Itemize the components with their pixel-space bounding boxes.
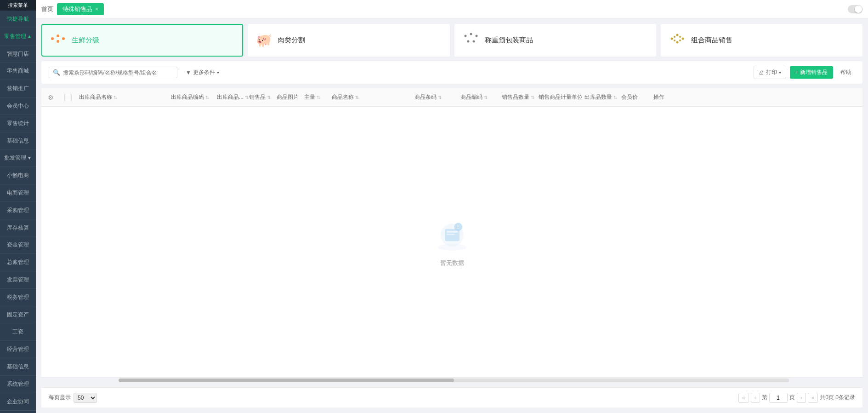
horizontal-scrollbar[interactable] xyxy=(41,377,862,383)
sidebar-item-purchase-mgmt[interactable]: 采购管理 xyxy=(0,202,36,219)
sort-out-qty[interactable]: ⇅ xyxy=(613,95,617,100)
prev-page-button[interactable]: ‹ xyxy=(751,393,760,403)
th-out-spec: 出库商品... ⇅ xyxy=(214,90,246,105)
chevron-icon: ▲ xyxy=(27,33,32,40)
sort-prod-name[interactable]: ⇅ xyxy=(355,95,359,100)
sidebar-item-payroll[interactable]: 工资 xyxy=(0,323,36,341)
topbar: 首页 特殊销售品 × xyxy=(36,0,868,18)
sidebar-item-ops-mgmt[interactable]: 经营管理 xyxy=(0,341,36,358)
tab-card-weight-prepack[interactable]: 称重预包装商品 xyxy=(454,24,656,57)
filter-bar: 🔍 ▼ 更多条件 ▾ 🖨 打印 ▾ + 新增销售品 帮助 xyxy=(41,61,862,84)
more-filter-button[interactable]: ▼ 更多条件 ▾ xyxy=(182,67,223,78)
sidebar-item-fixed-assets[interactable]: 固定资产 xyxy=(0,306,36,324)
meat-cut-icon: 🐖 xyxy=(256,33,272,48)
svg-point-16 xyxy=(679,40,681,41)
th-prod-code: 商品编码 ⇅ xyxy=(458,90,499,105)
th-settings: ⚙ xyxy=(45,90,62,105)
switch-button[interactable] xyxy=(848,5,862,13)
page-number-input[interactable] xyxy=(769,393,788,403)
sidebar-item-sales-promo[interactable]: 营销推广 xyxy=(0,80,36,98)
svg-rect-21 xyxy=(446,234,454,235)
tab-card-combo-sales[interactable]: 组合商品销售 xyxy=(661,24,862,57)
sort-prod-code[interactable]: ⇅ xyxy=(484,95,488,100)
meat-cut-label: 肉类分割 xyxy=(278,36,305,45)
print-button[interactable]: 🖨 打印 ▾ xyxy=(754,66,786,79)
sidebar-item-wholesale-mgmt[interactable]: 批发管理 ▼ xyxy=(0,149,36,167)
svg-point-13 xyxy=(674,36,675,38)
th-sale-item: 销售品 ⇅ xyxy=(246,90,274,105)
sidebar-item-member-center[interactable]: 会员中心 xyxy=(0,98,36,115)
svg-point-2 xyxy=(62,37,65,40)
th-op: 操作 xyxy=(651,90,678,105)
empty-illustration: ! xyxy=(431,217,473,253)
th-sale-qty: 销售品数量 ⇅ xyxy=(499,90,536,105)
empty-text: 暂无数据 xyxy=(440,259,464,267)
sidebar-search-menu[interactable]: 搜索菜单 xyxy=(0,0,36,11)
sidebar-item-invoice-mgmt[interactable]: 发票管理 xyxy=(0,271,36,289)
first-page-button[interactable]: « xyxy=(738,393,749,403)
th-barcode: 商品条码 ⇅ xyxy=(412,90,458,105)
next-page-button[interactable]: › xyxy=(797,393,806,403)
search-icon: 🔍 xyxy=(53,69,60,76)
chevron-down-icon: ▼ xyxy=(27,155,32,161)
page-size-select[interactable]: 10 20 50 100 xyxy=(74,393,97,403)
svg-point-11 xyxy=(681,38,684,40)
print-dropdown-icon: ▾ xyxy=(779,70,781,75)
column-settings-icon[interactable]: ⚙ xyxy=(48,94,54,101)
home-link[interactable]: 首页 xyxy=(41,5,53,13)
last-page-button[interactable]: » xyxy=(808,393,818,403)
active-tab[interactable]: 特殊销售品 × xyxy=(57,3,104,15)
search-input[interactable] xyxy=(63,69,173,76)
sort-sale-item[interactable]: ⇅ xyxy=(267,95,271,100)
filter-icon: ▼ xyxy=(186,69,191,76)
sort-out-name[interactable]: ⇅ xyxy=(113,95,117,100)
th-sale-unit: 销售商品计量单位 ⇅ xyxy=(536,90,582,105)
combo-sales-label: 组合商品销售 xyxy=(691,36,732,45)
table-header: ⚙ 出库商品名称 ⇅ 出库商品编码 ⇅ 出库商品... ⇅ xyxy=(41,88,862,107)
sort-out-code[interactable]: ⇅ xyxy=(205,95,209,100)
svg-text:!: ! xyxy=(457,224,459,229)
sidebar-item-stock-check[interactable]: 库存核算 xyxy=(0,219,36,237)
sidebar-item-smart-store[interactable]: 智慧门店 xyxy=(0,46,36,63)
tab-card-fresh-grade[interactable]: 生鲜分级 xyxy=(41,24,243,57)
sidebar-item-tax-mgmt[interactable]: 税务管理 xyxy=(0,289,36,306)
sidebar-item-retail-stats[interactable]: 零售统计 xyxy=(0,115,36,132)
close-tab-button[interactable]: × xyxy=(95,6,98,12)
page-size-control: 每页显示 10 20 50 100 xyxy=(49,393,97,403)
svg-point-6 xyxy=(475,35,477,37)
fresh-grade-label: 生鲜分级 xyxy=(72,36,99,45)
new-sale-item-button[interactable]: + 新增销售品 xyxy=(790,66,833,79)
th-prod-name: 商品名称 ⇅ xyxy=(329,90,412,105)
sidebar-item-retail-mall[interactable]: 零售商城 xyxy=(0,63,36,80)
sidebar-item-finance-mgmt[interactable]: 资金管理 xyxy=(0,236,36,254)
help-button[interactable]: 帮助 xyxy=(837,66,855,79)
select-all-checkbox[interactable] xyxy=(64,94,72,101)
search-wrap: 🔍 xyxy=(49,67,177,78)
th-out-code: 出库商品编码 ⇅ xyxy=(168,90,214,105)
sidebar-item-basic-info-main[interactable]: 基础信息 xyxy=(0,358,36,376)
sidebar-item-basic-info-retail[interactable]: 基础信息 xyxy=(0,132,36,150)
tab-card-meat-cut[interactable]: 🐖 肉类分割 xyxy=(248,24,449,57)
sidebar-item-micro-mall[interactable]: 小畅电商 xyxy=(0,167,36,184)
sidebar-item-system-mgmt[interactable]: 系统管理 xyxy=(0,376,36,393)
sidebar-item-ecomm-mgmt[interactable]: 电商管理 xyxy=(0,184,36,202)
svg-point-12 xyxy=(676,41,678,44)
sort-barcode[interactable]: ⇅ xyxy=(438,95,442,100)
sidebar-item-retail-mgmt[interactable]: 零售管理 ▲ xyxy=(0,28,36,46)
sort-sale-qty[interactable]: ⇅ xyxy=(531,95,534,100)
chevron-down-icon: ▾ xyxy=(217,70,219,75)
sidebar-bottom: 新手引导 ⚙ xyxy=(0,410,36,413)
sidebar-item-general-ledger[interactable]: 总账管理 xyxy=(0,254,36,271)
sort-weight[interactable]: ⇅ xyxy=(317,95,320,100)
printer-icon: 🖨 xyxy=(759,69,764,76)
sidebar-item-corp-coop[interactable]: 企业协同 xyxy=(0,393,36,411)
svg-point-3 xyxy=(57,40,59,43)
tab-cards-row: 生鲜分级 🐖 肉类分割 称重预包装商品 xyxy=(41,24,862,57)
sidebar: 搜索菜单 快捷导航 零售管理 ▲ 智慧门店 零售商城 营销推广 会员中心 零售统… xyxy=(0,0,36,413)
filter-actions: 🖨 打印 ▾ + 新增销售品 帮助 xyxy=(754,66,855,79)
th-img: 商品图片 xyxy=(274,90,301,105)
fresh-grade-icon xyxy=(50,31,66,49)
sidebar-item-quick-nav[interactable]: 快捷导航 xyxy=(0,11,36,28)
combo-sales-icon xyxy=(669,31,686,49)
pagination-bar: 每页显示 10 20 50 100 « ‹ 第 页 › » 共0页 0条记录 xyxy=(41,387,862,407)
